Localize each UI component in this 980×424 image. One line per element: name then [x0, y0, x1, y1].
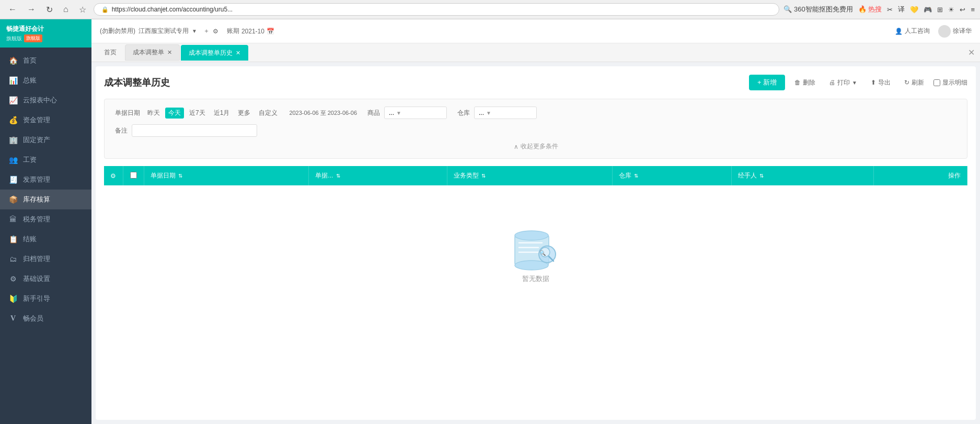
reports-icon: 📈	[8, 96, 18, 104]
closing-icon: 📋	[8, 235, 18, 243]
company-name: 江西服宝测试专用	[139, 27, 189, 36]
sidebar-item-label: 基础设置	[23, 274, 50, 284]
dropdown-icon[interactable]: ▼	[192, 28, 197, 34]
tab-history-close[interactable]: ✕	[236, 50, 240, 56]
service-label: 人工咨询	[905, 27, 930, 36]
new-button[interactable]: + 新增	[749, 75, 785, 90]
col-number[interactable]: 单据... ⇅	[309, 166, 447, 185]
sidebar-item-closing[interactable]: 📋 结账	[0, 229, 91, 249]
refresh-button[interactable]: ↻ 刷新	[900, 76, 928, 89]
tab-home[interactable]: 首页	[97, 45, 124, 60]
home-button[interactable]: ⌂	[60, 4, 72, 15]
col-checkbox[interactable]	[123, 166, 144, 185]
back-button[interactable]: ←	[5, 4, 20, 15]
settings-icon: ⚙	[8, 275, 18, 283]
date-tab-custom[interactable]: 自定义	[256, 108, 281, 119]
undo-tool[interactable]: ↩	[960, 6, 965, 14]
top-bar-right: 👤 人工咨询 徐译华	[895, 25, 972, 38]
tab-cost-adjustment-close[interactable]: ✕	[167, 49, 172, 56]
sidebar-item-payroll[interactable]: 👥 工资	[0, 150, 91, 170]
date-sort-icon: ⇅	[178, 173, 182, 179]
biz-sort-icon: ⇅	[481, 173, 486, 179]
warehouse-sort-icon: ⇅	[634, 173, 638, 179]
date-range-display: 2023-06-06 至 2023-06-06	[289, 109, 357, 117]
settings-company-icon[interactable]: ⚙	[213, 28, 218, 35]
date-tab-more[interactable]: 更多	[235, 108, 253, 119]
search-tool[interactable]: 🔍 360智能抠图免费用	[783, 5, 852, 14]
sidebar-item-label: 工资	[23, 155, 37, 164]
main-sidebar: 畅捷通好会计 旗舰版 旗舰版 🏠 首页 📊 总账 📈 云报表中心	[0, 19, 91, 424]
page-title: 成本调整单历史	[104, 76, 170, 89]
game-tool[interactable]: 🎮	[924, 6, 932, 14]
date-tab-yesterday[interactable]: 昨天	[144, 108, 163, 119]
sidebar-item-reports[interactable]: 📈 云报表中心	[0, 90, 91, 110]
bookmark-button[interactable]: ☆	[76, 4, 89, 16]
sidebar-item-inventory[interactable]: 📦 库存核算	[0, 190, 91, 209]
col-settings[interactable]: ⚙	[104, 166, 123, 185]
col-date[interactable]: 单据日期 ⇅	[144, 166, 309, 185]
tab-cost-adjustment-history[interactable]: 成本调整单历史 ✕	[181, 45, 248, 61]
sidebar-item-funds[interactable]: 💰 资金管理	[0, 110, 91, 130]
add-company-icon[interactable]: ＋	[203, 27, 210, 36]
sidebar-item-ledger[interactable]: 📊 总账	[0, 70, 91, 90]
close-all-btn[interactable]: ✕	[968, 48, 975, 57]
print-dropdown-icon: ▼	[852, 80, 857, 86]
hot-search[interactable]: 🔥 热搜	[858, 5, 882, 14]
user-info[interactable]: 徐译华	[938, 25, 972, 38]
print-button[interactable]: 🖨 打印 ▼	[825, 76, 861, 89]
forward-button[interactable]: →	[24, 4, 39, 15]
logo-edition: 旗舰版	[6, 35, 22, 42]
scissors-tool[interactable]: ✂	[887, 6, 893, 14]
date-tab-7days[interactable]: 近7天	[186, 108, 209, 119]
sidebar-item-fixed-assets[interactable]: 🏢 固定资产	[0, 130, 91, 150]
select-all-checkbox[interactable]	[130, 172, 137, 179]
show-columns-toggle[interactable]: 显示明细	[933, 78, 967, 87]
col-warehouse-label: 仓库	[619, 172, 631, 179]
date-filter: 单据日期 昨天 今天 近7天 近1月 更多 自定义 2023-06-06 至 2…	[115, 108, 357, 119]
col-business-type[interactable]: 业务类型 ⇅	[447, 166, 612, 185]
warehouse-select[interactable]: ... ▼	[474, 107, 537, 119]
vip-icon: V	[8, 314, 18, 323]
tab-home-label: 首页	[104, 48, 117, 57]
delete-button[interactable]: 🗑 删除	[790, 76, 820, 89]
print-label: 打印	[837, 78, 850, 87]
refresh-button[interactable]: ↻	[43, 4, 56, 16]
menu-tool[interactable]: ≡	[971, 6, 975, 14]
export-button[interactable]: ⬆ 导出	[867, 76, 895, 89]
collapse-btn[interactable]: ∧ 收起更多条件	[514, 142, 558, 151]
tab-cost-adjustment-label: 成本调整单	[133, 48, 164, 57]
top-bar: (勿删勿禁用) 江西服宝测试专用 ▼ ＋ ⚙ 账期 2021-10 📅 👤 人工…	[91, 19, 980, 43]
browser-tools: 🔍 360智能抠图免费用 🔥 热搜 ✂ 译 💛 🎮 ⊞ ☀ ↩ ≡	[783, 5, 975, 14]
sidebar-item-tax[interactable]: 🏛 税务管理	[0, 209, 91, 229]
sidebar-item-guide[interactable]: 🔰 新手引导	[0, 289, 91, 309]
grid-tool[interactable]: ⊞	[937, 6, 943, 14]
col-handler[interactable]: 经手人 ⇅	[731, 166, 873, 185]
sidebar-item-settings[interactable]: ⚙ 基础设置	[0, 269, 91, 289]
sidebar-item-label: 云报表中心	[23, 96, 57, 105]
sidebar-logo: 畅捷通好会计 旗舰版 旗舰版	[0, 19, 91, 48]
delete-icon: 🗑	[794, 79, 801, 86]
guide-icon: 🔰	[8, 295, 18, 303]
wallet-tool[interactable]: 💛	[910, 6, 918, 14]
brightness-tool[interactable]: ☀	[948, 6, 954, 14]
date-tab-1month[interactable]: 近1月	[211, 108, 233, 119]
empty-state: 🔍 暂无数据	[104, 185, 967, 325]
product-select[interactable]: ... ▼	[384, 107, 447, 119]
date-tab-today[interactable]: 今天	[165, 108, 184, 119]
col-handler-label: 经手人	[738, 172, 757, 179]
note-input[interactable]	[132, 124, 257, 137]
sidebar-item-invoice[interactable]: 🧾 发票管理	[0, 170, 91, 190]
sidebar-item-archive[interactable]: 🗂 归档管理	[0, 249, 91, 269]
col-warehouse[interactable]: 仓库 ⇅	[612, 166, 731, 185]
calendar-icon[interactable]: 📅	[267, 28, 274, 35]
col-number-label: 单据...	[315, 172, 333, 179]
sidebar-item-label: 归档管理	[23, 254, 50, 264]
show-columns-checkbox[interactable]	[933, 79, 940, 86]
sidebar-item-home[interactable]: 🏠 首页	[0, 51, 91, 70]
sidebar-item-vip[interactable]: V 畅会员	[0, 309, 91, 328]
translate-tool[interactable]: 译	[898, 5, 905, 14]
tab-cost-adjustment[interactable]: 成本调整单 ✕	[125, 44, 180, 61]
service-btn[interactable]: 👤 人工咨询	[895, 27, 930, 36]
edition-badge: 旗舰版	[24, 34, 42, 42]
address-bar[interactable]: 🔒 https://cloud.chanjet.com/accounting/u…	[94, 3, 780, 16]
